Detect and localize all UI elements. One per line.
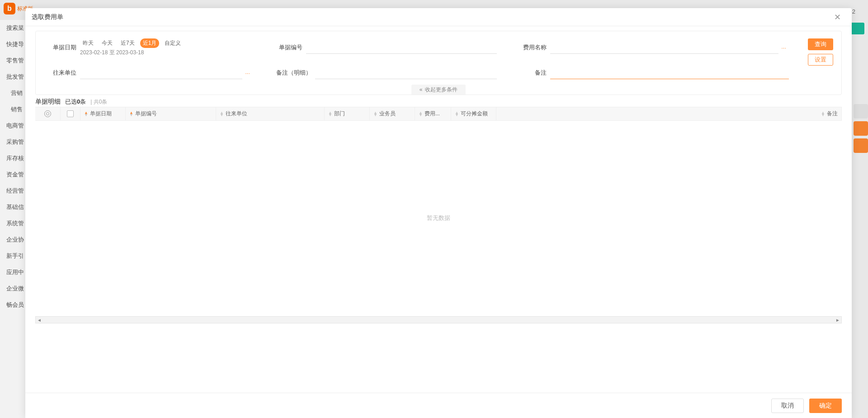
col-partner[interactable]: ▲▼往来单位: [216, 107, 325, 120]
filter-feename-label: 费用名称: [515, 43, 547, 52]
horizontal-scrollbar[interactable]: ◄ ►: [35, 316, 842, 323]
remark-detail-input[interactable]: [315, 66, 497, 79]
partner-input[interactable]: [80, 66, 242, 79]
date-chip-yesterday[interactable]: 昨天: [80, 38, 96, 48]
checkbox-icon: [67, 110, 74, 117]
scroll-right-icon[interactable]: ►: [834, 317, 841, 323]
select-all-column[interactable]: [61, 107, 80, 120]
col-alloc[interactable]: ▲▼可分摊金额: [451, 107, 496, 120]
col-biz[interactable]: ▲▼业务员: [370, 107, 415, 120]
col-docno[interactable]: ▲▼单据编号: [126, 107, 216, 120]
total-count: | 共0条: [90, 98, 107, 106]
date-chip-custom[interactable]: 自定义: [162, 38, 184, 48]
filter-docno-label: 单据编号: [271, 43, 302, 52]
filter-remark-detail-label: 备注（明细）: [271, 69, 311, 77]
settings-button[interactable]: 设置: [808, 54, 833, 66]
empty-state: 暂无数据: [35, 121, 842, 315]
fee-name-picker-icon[interactable]: ···: [778, 44, 789, 51]
filter-panel: 单据日期 昨天 今天 近7天 近1月 自定义 2023-02-18 至 2023…: [35, 31, 842, 95]
filter-date-label: 单据日期: [45, 43, 76, 52]
filter-remark-label: 备注: [515, 69, 547, 77]
date-range-text: 2023-02-18 至 2023-03-18: [80, 49, 253, 57]
fee-name-input[interactable]: [550, 41, 778, 54]
chevron-up-icon: «: [420, 86, 423, 93]
col-dept[interactable]: ▲▼部门: [325, 107, 370, 120]
close-icon[interactable]: ✕: [832, 10, 843, 24]
modal-title: 选取费用单: [32, 13, 63, 21]
cancel-button[interactable]: 取消: [771, 399, 804, 413]
col-fee[interactable]: ▲▼费用...: [415, 107, 451, 120]
collapse-label: 收起更多条件: [425, 86, 458, 94]
date-chip-1m[interactable]: 近1月: [140, 38, 160, 48]
selected-count: 已选0条: [65, 98, 86, 106]
details-tab[interactable]: 单据明细: [35, 98, 61, 106]
scroll-left-icon[interactable]: ◄: [36, 317, 43, 323]
result-table: ▲▼单据日期 ▲▼单据编号 ▲▼往来单位 ▲▼部门 ▲▼业务员 ▲▼费用... …: [35, 107, 842, 315]
confirm-button[interactable]: 确定: [809, 399, 842, 413]
gear-icon: [44, 110, 51, 117]
col-date[interactable]: ▲▼单据日期: [80, 107, 126, 120]
collapse-filters-button[interactable]: « 收起更多条件: [411, 85, 466, 95]
column-settings[interactable]: [35, 107, 61, 120]
query-button[interactable]: 查询: [808, 38, 833, 50]
select-fee-doc-modal: 选取费用单 ✕ 单据日期 昨天 今天 近7天 近1月 自定义 2023-0: [25, 8, 852, 418]
col-remark[interactable]: ▲▼备注: [496, 107, 842, 120]
partner-picker-icon[interactable]: ···: [242, 70, 253, 76]
doc-no-input[interactable]: [306, 41, 497, 54]
remark-input[interactable]: [550, 66, 789, 79]
date-chip-7d[interactable]: 近7天: [118, 38, 137, 48]
date-chip-today[interactable]: 今天: [99, 38, 115, 48]
filter-partner-label: 往来单位: [45, 69, 76, 77]
